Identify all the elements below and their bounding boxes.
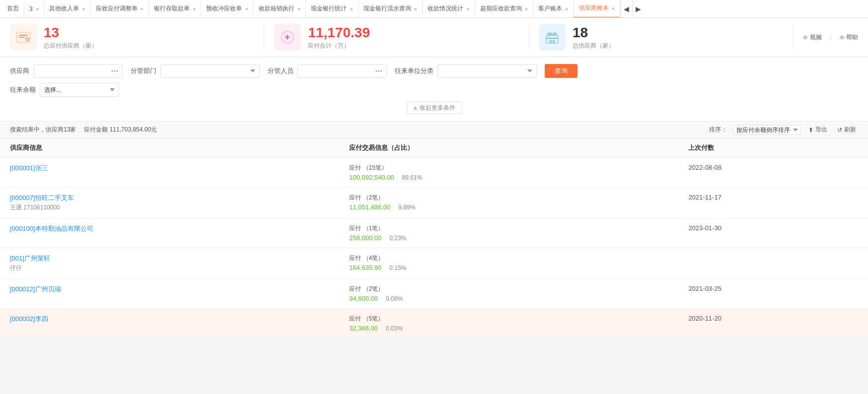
nav-tab-overdue-ar[interactable]: 超期应收款查询 × bbox=[475, 0, 533, 18]
nav-tab-label: 收款情况统计 bbox=[428, 4, 463, 13]
nav-tab-other-income[interactable]: 其他收入单 × bbox=[44, 0, 90, 18]
payable-info-cell: 应付 （5笔） 32,366.00 0.03% bbox=[349, 315, 688, 332]
filter-category: 往来单位分类 bbox=[395, 64, 537, 78]
close-icon[interactable]: × bbox=[82, 6, 85, 12]
supplier-sub-info: 王通 17106110000 bbox=[10, 203, 349, 212]
person-filter-input[interactable] bbox=[297, 64, 387, 78]
pay-amount-link[interactable]: 32,366.00 bbox=[349, 325, 378, 332]
pay-amount-link[interactable]: 164,635.90 bbox=[349, 264, 381, 271]
supplier-sub-info: 仔仔 bbox=[10, 264, 349, 272]
pay-percent: 0.23% bbox=[389, 235, 406, 242]
supplier-filter-input[interactable] bbox=[33, 64, 123, 78]
close-icon[interactable]: × bbox=[193, 6, 196, 12]
supplier-info-cell: [000012]广州贝瑞 bbox=[10, 285, 349, 294]
refresh-icon: ↺ bbox=[837, 127, 842, 133]
collapse-button[interactable]: ∧ 收起更多条件 bbox=[407, 102, 462, 114]
pay-amount-link[interactable]: 100,092,540.00 bbox=[349, 174, 394, 181]
pay-amount-link[interactable]: 258,000.00 bbox=[349, 234, 381, 242]
query-button[interactable]: 查询 bbox=[545, 64, 578, 78]
svg-rect-8 bbox=[553, 40, 555, 43]
last-pay-cell: 2021-03-25 bbox=[688, 285, 858, 292]
pay-percent: 0.15% bbox=[389, 264, 406, 271]
close-icon[interactable]: × bbox=[350, 6, 353, 12]
nav-tab-3[interactable]: 3 × bbox=[24, 0, 44, 18]
summary-card-text: 13 总应付供应商（家） bbox=[44, 24, 97, 51]
filter-area: 供应商 分管部门 分管人员 往来单位分类 查询 往来余额 选择... bbox=[0, 57, 868, 122]
refresh-button[interactable]: ↺ 刷新 bbox=[835, 125, 858, 135]
col-last-pay: 上次付数 bbox=[688, 143, 858, 152]
summary-card-text: 11,170.39 应付合计（万） bbox=[308, 24, 370, 51]
table-row: [000001]张三 应付 （15笔） 100,092,540.00 89.61… bbox=[0, 158, 868, 188]
table-row: [000100]本特勤油品有限公司 应付 （1笔） 258,000.00 0.2… bbox=[0, 218, 868, 248]
total-payable-label: 应付合计（万） bbox=[308, 42, 370, 50]
close-icon[interactable]: × bbox=[565, 6, 568, 12]
pay-amount-link[interactable]: 94,600.00 bbox=[349, 295, 378, 302]
supplier-link[interactable]: [000100]本特勤油品有限公司 bbox=[10, 225, 93, 232]
col-supplier-info: 供应商信息 bbox=[10, 143, 349, 152]
balance-filter-label: 往来余额 bbox=[10, 85, 36, 94]
total-payable-icon: ¥ bbox=[274, 24, 301, 51]
summary-bar: 13 总应付供应商（家） ¥ 11,170.39 应付合计（万） bbox=[0, 18, 868, 57]
top-navigation: 首页 3 × 其他收入单 × 应收应付调整单 × 银行存取款单 × 预收冲应收单… bbox=[0, 0, 868, 18]
table-row: [001]广州荣轩 仔仔 应付 （4笔） 164,635.90 0.15% bbox=[0, 248, 868, 279]
payable-supplier-label: 总应付供应商（家） bbox=[44, 42, 97, 50]
pay-amount-link[interactable]: 11,051,486.00 bbox=[349, 203, 390, 211]
filter-row-1: 供应商 分管部门 分管人员 往来单位分类 查询 bbox=[10, 64, 858, 78]
nav-tab-collection-stat[interactable]: 收款情况统计 × bbox=[423, 0, 475, 18]
supplier-link[interactable]: [000007]恒旺二手叉车 bbox=[10, 194, 74, 201]
table-row: [000012]广州贝瑞 应付 （2笔） 94,600.00 0.08% 202… bbox=[0, 279, 868, 309]
close-icon[interactable]: × bbox=[141, 6, 144, 12]
supplier-link[interactable]: [000012]广州贝瑞 bbox=[10, 285, 61, 293]
pay-percent: 0.08% bbox=[386, 295, 403, 302]
nav-tab-label: 其他收入单 bbox=[49, 4, 79, 13]
supplier-info-cell: [000001]张三 bbox=[10, 164, 349, 173]
nav-tab-supplier-ledger[interactable]: 供应商账本 × bbox=[574, 0, 620, 18]
payable-info-cell: 应付 （1笔） 258,000.00 0.23% bbox=[349, 224, 688, 242]
dept-filter-select[interactable] bbox=[160, 64, 260, 78]
supplier-link[interactable]: [001]广州荣轩 bbox=[10, 255, 50, 262]
nav-tab-bank-deposit[interactable]: 银行存取款单 × bbox=[149, 0, 201, 18]
sort-select[interactable]: 按应付余额倒序排序 bbox=[733, 125, 800, 135]
supplier-info-cell: [001]广州荣轩 仔仔 bbox=[10, 254, 349, 272]
data-table: 供应商信息 应付交易信息（占比） 上次付数 [000001]张三 应付 （15笔… bbox=[0, 138, 868, 338]
payable-info-cell: 应付 （15笔） 100,092,540.00 89.61% bbox=[349, 164, 688, 181]
sort-label: 排序： bbox=[709, 126, 727, 134]
filter-supplier: 供应商 bbox=[10, 64, 123, 78]
divider: ｜ bbox=[828, 33, 834, 42]
close-icon[interactable]: × bbox=[466, 6, 469, 12]
nav-tab-cash-bank-flow[interactable]: 现金银行流水查询 × bbox=[359, 0, 423, 18]
nav-scroll-left[interactable]: ◀ bbox=[620, 0, 632, 18]
nav-tab-customer-ledger[interactable]: 客户账本 × bbox=[533, 0, 574, 18]
nav-tab-home[interactable]: 首页 bbox=[2, 0, 24, 18]
close-icon[interactable]: × bbox=[245, 6, 248, 12]
supplier-count-text: 搜索结果中，供应商13家 bbox=[10, 126, 76, 134]
close-icon[interactable]: × bbox=[414, 6, 417, 12]
nav-tab-label: 超期应收款查询 bbox=[480, 4, 522, 13]
supplier-link[interactable]: [000002]李四 bbox=[10, 315, 48, 323]
help-link[interactable]: ⊙ 帮助 bbox=[840, 33, 858, 42]
nav-tab-label: 3 bbox=[29, 5, 33, 12]
close-icon[interactable]: × bbox=[36, 6, 39, 12]
supplier-link[interactable]: [000001]张三 bbox=[10, 164, 48, 172]
category-filter-select[interactable] bbox=[437, 64, 537, 78]
nav-scroll-right[interactable]: ▶ bbox=[632, 0, 644, 18]
collapse-up-icon: ∧ bbox=[413, 105, 418, 112]
balance-filter-select[interactable]: 选择... bbox=[40, 83, 119, 97]
svg-rect-7 bbox=[550, 40, 552, 43]
pay-percent: 89.61% bbox=[402, 174, 423, 181]
payable-info-cell: 应付 （2笔） 11,051,486.00 9.89% bbox=[349, 194, 688, 211]
filter-balance: 往来余额 选择... bbox=[10, 83, 119, 97]
result-info: 搜索结果中，供应商13家 应付金额 111,703,854.00元 bbox=[10, 126, 157, 134]
export-button[interactable]: ⬆ 导出 bbox=[806, 125, 829, 135]
video-link[interactable]: ⊙ 视频 bbox=[803, 33, 821, 42]
nav-tab-cash-bank-stat[interactable]: 现金银行统计 × bbox=[306, 0, 358, 18]
nav-tab-collection-exec[interactable]: 收款核销执行 × bbox=[254, 0, 306, 18]
svg-point-1 bbox=[26, 38, 29, 41]
close-icon[interactable]: × bbox=[297, 6, 300, 12]
nav-tab-prepay-offset[interactable]: 预收冲应收单 × bbox=[201, 0, 253, 18]
nav-tab-ar-ap-adjust[interactable]: 应收应付调整单 × bbox=[91, 0, 149, 18]
close-icon[interactable]: × bbox=[612, 5, 615, 11]
total-supplier-count: 18 bbox=[573, 24, 614, 41]
payable-supplier-icon bbox=[10, 24, 37, 51]
close-icon[interactable]: × bbox=[525, 6, 528, 12]
